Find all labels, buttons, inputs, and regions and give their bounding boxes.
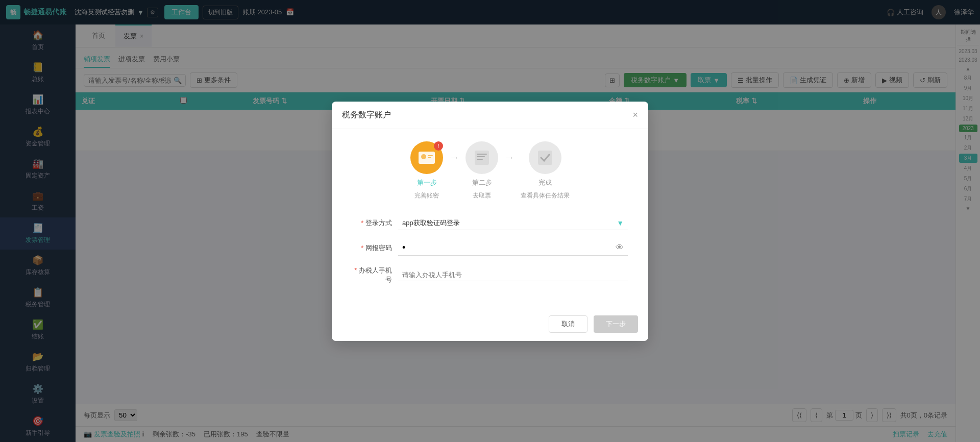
modal-close-button[interactable]: × [632,110,638,120]
login-method-row: * 登录方式 app获取验证码登录 ▼ [352,216,628,230]
modal-header: 税务数字账户 × [332,102,648,129]
step-2-desc: 去取票 [473,191,491,200]
cancel-button[interactable]: 取消 [549,315,587,333]
svg-rect-8 [538,151,552,165]
step-1: ! 第一步 完善账密 [410,141,443,200]
modal-body: ! 第一步 完善账密 → [332,129,648,307]
password-input-wrap: 👁 [398,240,628,256]
svg-point-1 [421,154,426,159]
password-required: * [361,244,363,252]
step-2-label: 第二步 [472,178,492,187]
password-row: * 网报密码 👁 [352,240,628,256]
phone-row: * 办税人手机号 [352,266,628,284]
step-2-icon-wrap [465,141,498,174]
svg-rect-0 [419,152,435,164]
login-method-select[interactable]: app获取验证码登录 ▼ [398,216,628,230]
phone-label: * 办税人手机号 [352,266,398,284]
step-1-icon [418,149,436,167]
login-method-value: app获取验证码登录 [402,218,617,228]
svg-rect-2 [428,155,433,156]
step-1-badge: ! [434,141,443,151]
step-1-desc: 完善账密 [414,191,439,200]
step-3-icon-wrap [529,141,561,174]
step-2-icon [473,149,491,167]
modal-form: * 登录方式 app获取验证码登录 ▼ * 网报密码 [352,216,628,284]
phone-required: * [354,266,357,274]
svg-rect-5 [477,154,487,155]
svg-rect-4 [475,151,489,165]
step-3-icon [536,149,554,167]
step-3: 完成 查看具体任务结果 [521,141,570,200]
login-method-required: * [361,219,363,227]
login-method-label: * 登录方式 [352,218,398,228]
step-3-label: 完成 [538,178,552,187]
svg-rect-7 [477,159,483,160]
password-label: * 网报密码 [352,243,398,253]
step-1-icon-wrap: ! [410,141,443,174]
svg-rect-3 [428,157,431,158]
steps: ! 第一步 完善账密 → [352,141,628,200]
password-toggle-icon[interactable]: 👁 [611,241,628,254]
arrow-1: → [443,152,465,163]
arrow-2: → [498,152,521,163]
svg-rect-6 [477,156,485,157]
modal-overlay: 税务数字账户 × ! [0,0,980,442]
step-3-desc: 查看具体任务结果 [521,191,570,200]
password-input[interactable] [398,240,611,255]
modal-footer: 取消 下一步 [332,307,648,341]
tax-digital-modal: 税务数字账户 × ! [332,102,648,341]
step-1-label: 第一步 [417,178,437,187]
step-2: 第二步 去取票 [465,141,498,200]
modal-title: 税务数字账户 [342,110,391,120]
login-method-dropdown-icon: ▼ [617,219,624,227]
phone-input[interactable] [398,269,628,281]
next-button[interactable]: 下一步 [594,315,638,333]
